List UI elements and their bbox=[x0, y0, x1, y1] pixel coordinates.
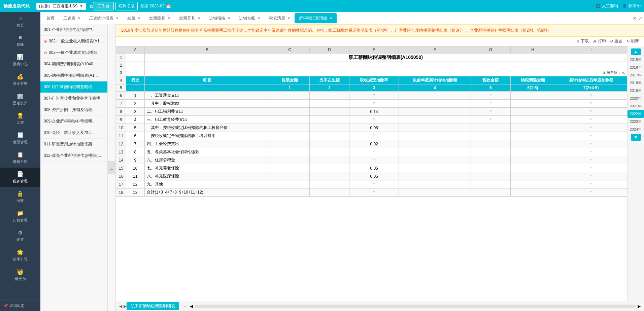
sidebar-item-report[interactable]: 📊 报表中心 bbox=[0, 50, 40, 70]
sidebar: ⌂ 首页 ≡ 总账 📊 报表中心 💰 资金管理 🏢 固定资产 👷 工资 bbox=[0, 12, 40, 311]
sidebar-item-label: 归档管理 bbox=[13, 218, 28, 223]
cancel-fixed-btn[interactable]: 📌 取消固定 bbox=[0, 301, 40, 311]
tab-sales-ledger[interactable]: 进销台账✕ bbox=[235, 13, 265, 23]
download-button[interactable]: ⬇ 下载 bbox=[576, 38, 589, 44]
tab-invoice-calc[interactable]: 发票测算✕ bbox=[145, 13, 175, 23]
header-row-c: 账载全额 bbox=[270, 76, 310, 84]
year-2023[interactable]: 2023年 bbox=[628, 118, 644, 126]
tab-home[interactable]: 首页 bbox=[42, 13, 59, 23]
col-header-rownum bbox=[116, 46, 126, 54]
tab-close-all-btn[interactable]: ✕ bbox=[633, 15, 637, 21]
report-item-007[interactable]: 007-广告宣传费和业务宣传费明... bbox=[40, 93, 107, 104]
close-tab-income-tax[interactable]: ✕ bbox=[330, 16, 332, 20]
sidebar-item-tax-mgmt[interactable]: 📑 税务管理 bbox=[0, 168, 40, 187]
sidebar-item-closing[interactable]: 🔒 结账 bbox=[0, 187, 40, 207]
report-item-label: 011-研发费用加计扣除优惠... bbox=[44, 141, 96, 147]
year-nav-down[interactable]: ▼ bbox=[631, 134, 641, 141]
sidebar-item-invoice[interactable]: 🧾 发票管理 bbox=[0, 129, 40, 148]
report-item-009[interactable]: 009-企业所得税弥补亏损明... bbox=[40, 116, 107, 127]
close-tab-salary-report[interactable]: ✕ bbox=[116, 16, 118, 20]
report-item-011[interactable]: 011-研发费用加计扣除优惠... bbox=[40, 139, 107, 150]
tab-salary-report[interactable]: 工资统计报表✕ bbox=[85, 13, 123, 23]
scroll-area-left[interactable]: ◀ bbox=[190, 304, 193, 309]
close-tab-invoice-issue[interactable]: ✕ bbox=[198, 16, 200, 20]
switch-button[interactable]: 切到旧版 bbox=[115, 2, 138, 10]
sidebar-item-fixed-asset[interactable]: 🏢 固定资产 bbox=[0, 90, 40, 109]
company-selector[interactable]: (勿删）江西睿宝-LSS ▼ bbox=[36, 3, 86, 10]
sidebar-item-asset-mgmt[interactable]: 💰 资金管理 bbox=[0, 70, 40, 90]
year-2015[interactable]: 2015年 bbox=[628, 56, 644, 64]
sidebar-item-salary[interactable]: 👷 工资 bbox=[0, 109, 40, 129]
user-service-btn[interactable]: 🎧 人工客询 bbox=[596, 3, 618, 9]
report-item-004[interactable]: 004-期间费用明细表(A1040... bbox=[40, 59, 107, 70]
close-tab-check[interactable]: ✕ bbox=[228, 16, 230, 20]
scroll-right-arrow[interactable]: ▶ bbox=[124, 304, 127, 309]
settings-icon: ⚙ bbox=[18, 230, 23, 236]
cancel-label: 取消固定 bbox=[9, 303, 24, 308]
sidebar-item-home[interactable]: ⌂ 首页 bbox=[0, 12, 40, 31]
sidebar-item-sales-ledger[interactable]: 📋 进销台账 bbox=[0, 148, 40, 168]
sidebar-item-label: 新手引导 bbox=[13, 257, 28, 262]
year-2019[interactable]: 2019年 bbox=[628, 87, 644, 95]
salary-icon: 👷 bbox=[17, 112, 24, 119]
headset-icon: 🎧 bbox=[596, 4, 601, 8]
close-tab-invoice[interactable]: ✕ bbox=[138, 16, 140, 20]
sidebar-item-member[interactable]: 👑 畅会员 bbox=[0, 265, 40, 285]
tab-income-tax[interactable]: 所得税汇算清缴✕ bbox=[295, 13, 337, 23]
year-2018[interactable]: 2018年 bbox=[628, 79, 644, 87]
more-sheets-btn[interactable]: ⋯ bbox=[182, 304, 187, 309]
col-header-D: D bbox=[310, 46, 349, 54]
report-item-010[interactable]: 010-免税、减计收入及加计... bbox=[40, 127, 107, 139]
year-2017[interactable]: 2017年 bbox=[628, 71, 644, 79]
report-item-008[interactable]: 008-资产折旧、摊销及纳税... bbox=[40, 104, 107, 116]
report-item-006[interactable]: 006-职工薪酬纳税调整明细... bbox=[40, 81, 107, 93]
sheet-tab-salary[interactable]: 职工薪酬纳税调整明细表 bbox=[127, 302, 179, 310]
tab-salary-table[interactable]: 工资表✕ bbox=[59, 13, 85, 23]
report-item-005[interactable]: 005-纳税调整项目明细表(A1... bbox=[40, 70, 107, 81]
report-item-label: 005-纳税调整项目明细表(A1... bbox=[44, 73, 98, 78]
year-2024[interactable]: 2024年 bbox=[628, 126, 644, 133]
year-2016[interactable]: 2016年 bbox=[628, 64, 644, 71]
tab-invoice-issue[interactable]: 发票开具✕ bbox=[175, 13, 205, 23]
report-item-002[interactable]: ⊘ 002-一般企业收入明细表(A1... bbox=[40, 36, 107, 47]
refresh-button[interactable]: ↻ 刷新 bbox=[626, 38, 639, 44]
close-tab-sales-ledger[interactable]: ✕ bbox=[258, 16, 260, 20]
sidebar-item-archive[interactable]: 📁 归档管理 bbox=[0, 207, 40, 226]
reset-button[interactable]: ↺ 重置 bbox=[610, 38, 622, 44]
col-header-E: E bbox=[349, 46, 399, 54]
user-avatar-area[interactable]: 👤 徐淙华 bbox=[622, 3, 641, 9]
header-row-h: 纳税调整全额 bbox=[510, 76, 555, 84]
report-item-012[interactable]: 012-减免企业所得税优惠明细(... bbox=[40, 150, 107, 162]
close-tab-tax-table[interactable]: ✕ bbox=[287, 16, 290, 20]
table-row: 4 行次 项 目 账载全额 支不左生额 税收规定扣除率 以前年度累计结转扣除额 … bbox=[116, 76, 627, 84]
page-content: 001-企业所得税年度纳税申... ⊘ 002-一般企业收入明细表(A1... … bbox=[40, 24, 644, 311]
close-tab-salary[interactable]: ✕ bbox=[78, 16, 80, 20]
copy-icon-btn[interactable]: ⧉ bbox=[90, 3, 93, 9]
scroll-left-arrow[interactable]: ◀ bbox=[119, 304, 122, 309]
report-item-001[interactable]: 001-企业所得税年度纳税申... bbox=[40, 24, 107, 36]
tab-invoice[interactable]: 发票✕ bbox=[123, 13, 145, 23]
report-item-label: 004-期间费用明细表(A1040... bbox=[44, 61, 97, 67]
sidebar-item-label: 结账 bbox=[16, 198, 24, 203]
sidebar-item-label: 畅会员 bbox=[15, 276, 26, 281]
top-bar-right: 🎧 人工客询 👤 徐淙华 bbox=[596, 3, 641, 9]
report-item-003[interactable]: ⊘ 003-一般企业成本支出明细... bbox=[40, 47, 107, 59]
sidebar-item-guide[interactable]: 🌟 新手引导 bbox=[0, 246, 40, 265]
sidebar-item-settings[interactable]: ⚙ 设置 bbox=[0, 226, 40, 246]
workbench-button[interactable]: 工作台 bbox=[93, 2, 114, 10]
print-button[interactable]: 🖨 打印 bbox=[593, 38, 606, 44]
year-2022[interactable]: 2022年 bbox=[628, 110, 644, 118]
year-2020[interactable]: 2020年 bbox=[628, 95, 644, 102]
subheader-i: 7(2+4-5) bbox=[555, 84, 627, 92]
tab-maximize-btn[interactable]: ⤢ bbox=[638, 15, 642, 21]
tab-check[interactable]: 进销稽核✕ bbox=[205, 13, 235, 23]
scroll-area-right[interactable]: ▶ bbox=[638, 304, 641, 309]
spreadsheet-container[interactable]: A B C D E F G H I bbox=[116, 46, 627, 301]
collapse-button[interactable]: 《 bbox=[108, 161, 115, 174]
horizontal-scrollbar[interactable] bbox=[195, 305, 636, 308]
year-2021[interactable]: 2021年 bbox=[628, 102, 644, 110]
sidebar-item-ledger[interactable]: ≡ 总账 bbox=[0, 31, 40, 50]
tab-tax-table[interactable]: 税表清册✕ bbox=[265, 13, 295, 23]
year-nav-up[interactable]: ▲ bbox=[631, 48, 641, 55]
close-tab-invoice-calc[interactable]: ✕ bbox=[168, 16, 170, 20]
